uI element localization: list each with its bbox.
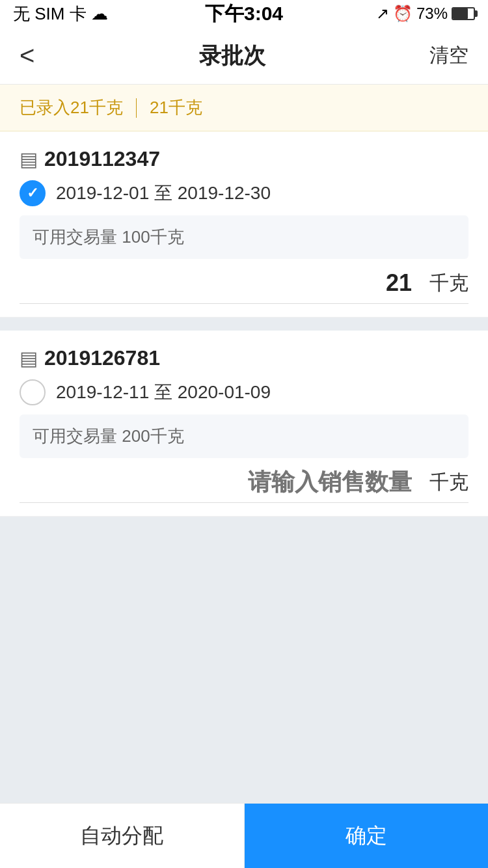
batch-id-1: 2019112347 [44,147,160,171]
status-bar: 无 SIM 卡 ☁ 下午3:04 ↗ ⏰ 73% [0,0,488,27]
batch-unit-1: 千克 [429,270,468,297]
batch-header-2: ▤ 2019126781 [20,346,468,370]
batch-radio-2[interactable] [20,379,46,405]
batch-icon-2: ▤ [20,347,38,370]
alarm-icon: ⏰ [393,5,413,23]
batch-quantity-input-2[interactable] [226,468,422,496]
batch-avail-1: 可用交易量 100千克 [20,215,468,259]
status-time: 下午3:04 [205,1,283,27]
page-title: 录批次 [199,41,265,71]
batch-card-1: ▤ 2019112347 2019-12-01 至 2019-12-30 可用交… [0,131,488,318]
batch-avail-2: 可用交易量 200千克 [20,414,468,458]
bottom-buttons: 自动分配 确定 [0,803,488,868]
batch-icon-1: ▤ [20,148,38,170]
battery-level: 73% [416,5,448,23]
batch-unit-2: 千克 [429,469,468,496]
batch-date-row-2: 2019-12-11 至 2020-01-09 [20,379,468,405]
batch-card-2: ▤ 2019126781 2019-12-11 至 2020-01-09 可用交… [0,331,488,517]
nav-bar: < 录批次 清空 [0,27,488,85]
summary-value: 21千克 [150,96,202,119]
batch-quantity-input-1[interactable] [344,269,422,297]
batch-input-row-2: 千克 [20,468,468,503]
sim-status: 无 SIM 卡 ☁ [13,3,108,25]
back-button[interactable]: < [20,41,34,70]
clear-button[interactable]: 清空 [429,42,468,69]
batch-id-2: 2019126781 [44,346,160,370]
summary-label: 已录入21千克 [20,96,123,119]
location-icon: ↗ [376,5,389,23]
battery-icon [452,7,475,20]
batch-radio-1[interactable] [20,180,46,206]
batch-header-1: ▤ 2019112347 [20,147,468,171]
auto-distribute-button[interactable]: 自动分配 [0,804,245,868]
batch-date-1: 2019-12-01 至 2019-12-30 [56,181,271,206]
section-separator [0,318,488,331]
status-right: ↗ ⏰ 73% [376,5,475,23]
confirm-button[interactable]: 确定 [245,804,489,868]
summary-banner: 已录入21千克 21千克 [0,85,488,131]
summary-divider [136,98,137,118]
batch-date-2: 2019-12-11 至 2020-01-09 [56,380,271,405]
batch-input-row-1: 千克 [20,269,468,304]
batch-date-row-1: 2019-12-01 至 2019-12-30 [20,180,468,206]
status-left: 无 SIM 卡 ☁ [13,3,108,25]
